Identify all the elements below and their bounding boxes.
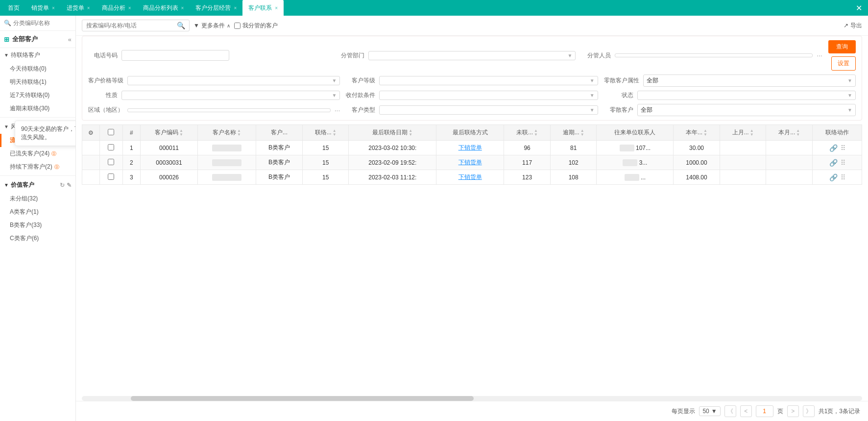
query-button[interactable]: 查询 <box>828 40 856 53</box>
col-last-contact-date[interactable]: 最后联络日期 ▲▼ <box>349 125 436 141</box>
code-sort[interactable]: ▲▼ <box>179 129 183 137</box>
action-link-icon-2[interactable]: 🔗 <box>829 173 838 181</box>
tab-analysis-list-close[interactable]: × <box>181 5 184 11</box>
section-pending-contact[interactable]: ▼ 待联络客户 <box>0 48 75 62</box>
sidebar-item-churned[interactable]: 已流失客户(24) ⓪ <box>0 147 75 160</box>
name-sort[interactable]: ▲▼ <box>237 129 241 137</box>
sidebar-search-input[interactable] <box>13 20 72 26</box>
tab-customer-contact-close[interactable]: × <box>275 5 278 11</box>
contact-way-link-2[interactable]: 下销货单 <box>458 173 482 180</box>
page-size-select[interactable]: 50 ▼ <box>699 406 720 416</box>
filter-retail-customer-select[interactable]: 全部 ▼ <box>637 104 856 116</box>
tab-customer-tier-close[interactable]: × <box>234 5 237 11</box>
my-customers-wrap[interactable]: 我分管的客户 <box>234 22 278 30</box>
cell-last-contact-way-2[interactable]: 下销货单 <box>436 170 504 185</box>
tab-customer-contact[interactable]: 客户联系 × <box>242 0 284 16</box>
filter-area-select[interactable] <box>127 108 331 112</box>
row-checkbox-1[interactable] <box>108 159 114 165</box>
this-month-sort[interactable]: ▲▼ <box>796 129 800 137</box>
this-year-sort[interactable]: ▲▼ <box>703 129 707 137</box>
sidebar-item-declining[interactable]: 持续下滑客户(2) ⓪ <box>0 160 75 173</box>
action-menu-icon-1[interactable]: ⠿ <box>841 159 845 167</box>
tab-purchase-close[interactable]: × <box>87 5 90 11</box>
cell-checkbox-1[interactable] <box>100 155 123 170</box>
tab-sales-close[interactable]: × <box>52 5 55 11</box>
overdue-sort[interactable]: ▲▼ <box>580 129 584 137</box>
cell-last-contact-way-1[interactable]: 下销货单 <box>436 155 504 170</box>
col-uncontacted[interactable]: 未联... ▲▼ <box>504 125 551 141</box>
sidebar-item-overdue-contact[interactable]: 逾期未联络(30) <box>0 102 75 115</box>
sidebar-item-class-a[interactable]: A类客户(1) <box>0 205 75 219</box>
tab-home[interactable]: 首页 <box>2 0 25 16</box>
prev-page-button[interactable]: < <box>740 405 752 417</box>
select-all-checkbox[interactable] <box>108 129 114 135</box>
cell-last-contact-way-0[interactable]: 下销货单 <box>436 141 504 155</box>
export-button[interactable]: ↗ 导出 <box>844 22 862 30</box>
col-settings[interactable]: ⚙ <box>82 125 100 141</box>
my-customers-checkbox[interactable] <box>234 23 241 29</box>
tab-purchase[interactable]: 进货单 × <box>61 0 96 16</box>
sidebar-item-today-contact[interactable]: 今天待联络(0) <box>0 62 75 75</box>
col-checkbox[interactable] <box>100 125 123 141</box>
sidebar-item-7day-contact[interactable]: 近7天待联络(0) <box>0 89 75 102</box>
sidebar-item-class-b[interactable]: B类客户(33) <box>0 219 75 232</box>
page-number-input[interactable] <box>756 405 773 417</box>
filter-customer-type-select[interactable]: ▼ <box>379 105 598 115</box>
tab-analysis-list[interactable]: 商品分析列表 × <box>137 0 190 16</box>
col-last-month[interactable]: 上月... ▲▼ <box>720 125 766 141</box>
cell-checkbox-0[interactable] <box>100 141 123 155</box>
filter-more-icon[interactable]: ··· <box>817 51 822 59</box>
filter-customer-grade-select[interactable]: ▼ <box>379 76 598 85</box>
area-more-icon[interactable]: ··· <box>335 106 340 114</box>
tab-analysis[interactable]: 商品分析 × <box>96 0 137 16</box>
search-input[interactable] <box>86 22 177 29</box>
row-checkbox-2[interactable] <box>108 173 114 180</box>
action-link-icon-1[interactable]: 🔗 <box>829 159 838 167</box>
horizontal-scrollbar[interactable] <box>82 396 862 401</box>
col-customer-type[interactable]: 客户... <box>256 125 303 141</box>
sidebar-item-ungrouped[interactable]: 未分组(32) <box>0 192 75 205</box>
contact-sort[interactable]: ▲▼ <box>333 129 337 137</box>
col-name[interactable]: 客户名称 ▲▼ <box>197 125 256 141</box>
sidebar-item-class-c[interactable]: C类客户(6) <box>0 232 75 245</box>
filter-price-grade-select[interactable]: ▼ <box>127 76 340 85</box>
setting-button[interactable]: 设置 <box>831 56 856 71</box>
sidebar-all-customers[interactable]: ⊞ 全部客户 « <box>0 31 75 48</box>
scrollbar-thumb[interactable] <box>131 396 474 401</box>
contact-way-link-0[interactable]: 下销货单 <box>458 144 482 151</box>
last-month-sort[interactable]: ▲▼ <box>750 129 754 137</box>
filter-dept-select[interactable]: ▼ <box>368 51 576 60</box>
tab-sales[interactable]: 销货单 × <box>25 0 61 16</box>
refresh-icon[interactable]: ↻ <box>60 182 65 189</box>
filter-gender-select[interactable]: ▼ <box>121 91 340 100</box>
col-this-month[interactable]: 本月... ▲▼ <box>766 125 813 141</box>
cell-checkbox-2[interactable] <box>100 170 123 185</box>
filter-payment-select[interactable]: ▼ <box>379 91 598 100</box>
action-menu-icon-0[interactable]: ⠿ <box>841 144 845 152</box>
last-page-button[interactable]: 》 <box>803 405 815 417</box>
edit-icon[interactable]: ✎ <box>67 182 72 189</box>
tab-analysis-close[interactable]: × <box>128 5 131 11</box>
col-overdue[interactable]: 逾期... ▲▼ <box>550 125 597 141</box>
tab-customer-tier[interactable]: 客户分层经营 × <box>190 0 242 16</box>
row-checkbox-0[interactable] <box>108 144 114 150</box>
filter-status-select[interactable]: ▼ <box>637 91 856 100</box>
first-page-button[interactable]: 《 <box>724 405 736 417</box>
filter-phone-input[interactable] <box>121 50 229 61</box>
collapse-icon[interactable]: « <box>68 36 72 43</box>
filter-more-btn[interactable]: ▼ 更多条件 ∧ <box>193 22 230 30</box>
section-risk-customers[interactable]: ▼ 风险客户 90天未交易的客户，可能有流失风险。 <box>0 120 75 134</box>
window-close-button[interactable]: ✕ <box>852 3 866 13</box>
sidebar-item-tomorrow-contact[interactable]: 明天待联络(1) <box>0 75 75 89</box>
filter-person-select[interactable] <box>615 53 813 57</box>
action-link-icon-0[interactable]: 🔗 <box>829 144 838 152</box>
date-sort[interactable]: ▲▼ <box>409 129 412 137</box>
contact-way-link-1[interactable]: 下销货单 <box>458 159 482 166</box>
filter-retail-attr-select[interactable]: 全部 ▼ <box>643 74 856 87</box>
next-page-button[interactable]: > <box>787 405 799 417</box>
col-contact[interactable]: 联络... ▲▼ <box>302 125 349 141</box>
col-this-year[interactable]: 本年... ▲▼ <box>674 125 720 141</box>
action-menu-icon-2[interactable]: ⠿ <box>841 173 845 181</box>
uncontacted-sort[interactable]: ▲▼ <box>534 129 538 137</box>
section-value-customers[interactable]: ▼ 价值客户 ↻ ✎ <box>0 178 75 192</box>
